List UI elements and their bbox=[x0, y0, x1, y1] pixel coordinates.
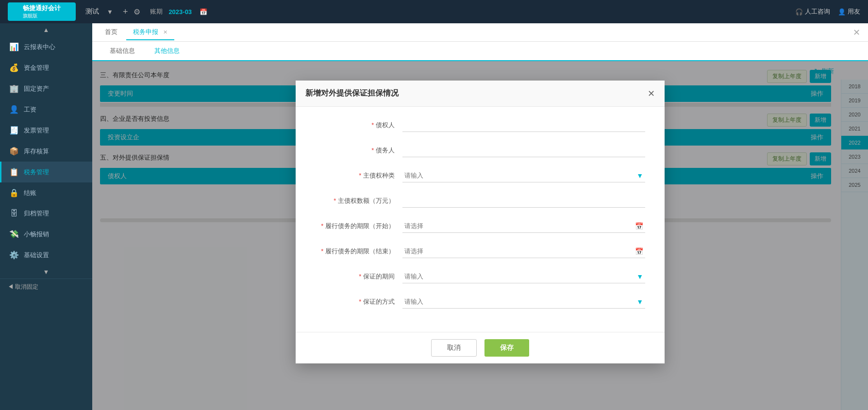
date-debt-start[interactable]: 📅 bbox=[402, 219, 645, 233]
label-creditor: * 债权人 bbox=[315, 121, 402, 130]
window-close-icon[interactable]: ✕ bbox=[853, 27, 860, 38]
chevron-down-icon-method[interactable]: ▼ bbox=[634, 298, 645, 306]
form-row-creditor: * 债权人 bbox=[315, 118, 645, 132]
input-guarantee-period[interactable] bbox=[402, 270, 634, 283]
user-icon: 👤 bbox=[838, 8, 846, 16]
main-layout: ▲ 📊 云报表中心 💰 资金管理 🏢 固定资产 👤 工资 🧾 发票管理 📦 库存… bbox=[0, 23, 868, 410]
calendar-icon[interactable]: 📅 bbox=[200, 8, 207, 16]
archive-icon: 🗄 bbox=[9, 209, 19, 218]
sidebar-item-archive[interactable]: 🗄 归档管理 bbox=[0, 203, 92, 224]
required-mark-debtor: * bbox=[371, 147, 374, 154]
required-mark-type: * bbox=[359, 172, 361, 179]
input-creditor-amount[interactable] bbox=[402, 194, 645, 208]
modal-header: 新增对外提供保证担保情况 ✕ bbox=[296, 81, 665, 107]
inner-tab-other[interactable]: 其他信息 bbox=[145, 42, 189, 61]
sidebar-item-cloud-reports[interactable]: 📊 云报表中心 bbox=[0, 36, 92, 57]
tax-icon: 📋 bbox=[9, 167, 19, 177]
form-row-guarantee-period: * 保证的期间 ▼ bbox=[315, 270, 645, 283]
sidebar-item-funds[interactable]: 💰 资金管理 bbox=[0, 57, 92, 78]
sidebar-item-payroll[interactable]: 👤 工资 bbox=[0, 99, 92, 120]
form-row-creditor-type: * 主债权种类 ▼ bbox=[315, 169, 645, 182]
add-icon[interactable]: + bbox=[123, 7, 128, 17]
support-label: 人工咨询 bbox=[805, 7, 830, 16]
sidebar-label-payroll: 工资 bbox=[24, 105, 36, 114]
inner-tab-basic-label: 基础信息 bbox=[110, 47, 135, 54]
company-chevron-icon[interactable]: ▼ bbox=[107, 8, 113, 16]
sidebar-item-expense[interactable]: 💸 小畅报销 bbox=[0, 224, 92, 245]
user-button[interactable]: 👤 用友 bbox=[838, 7, 860, 16]
label-debtor-text: 债务人 bbox=[376, 147, 395, 154]
tab-close-icon[interactable]: ✕ bbox=[163, 29, 167, 35]
tab-home[interactable]: 首页 bbox=[98, 25, 124, 40]
required-mark-amount: * bbox=[334, 197, 336, 204]
sidebar-label-fixed-assets: 固定资产 bbox=[24, 84, 49, 93]
company-name: 测试 bbox=[85, 7, 99, 16]
date-debt-end[interactable]: 📅 bbox=[402, 245, 645, 258]
sidebar-label-invoice: 发票管理 bbox=[24, 126, 49, 135]
label-creditor-amount-text: 主债权数额（万元） bbox=[338, 197, 395, 204]
settings-icon: ⚙️ bbox=[9, 250, 19, 260]
modal-body: * 债权人 * 债务人 bbox=[296, 107, 665, 332]
form-row-debtor: * 债务人 bbox=[315, 144, 645, 157]
sidebar-item-invoice[interactable]: 🧾 发票管理 bbox=[0, 120, 92, 141]
content-area: 首页 税务申报 ✕ ✕ 基础信息 其他信息 ↻ 刷新 bbox=[92, 23, 868, 410]
payroll-icon: 👤 bbox=[9, 105, 19, 114]
sidebar-item-close[interactable]: 🔒 结账 bbox=[0, 182, 92, 203]
tab-tax-report-label: 税务申报 bbox=[133, 28, 158, 35]
label-debt-start: * 履行债务的期限（开始） bbox=[315, 222, 402, 230]
modal-footer: 取消 保存 bbox=[296, 332, 665, 363]
chevron-down-icon-period[interactable]: ▼ bbox=[634, 273, 645, 280]
gear-icon[interactable]: ⚙ bbox=[134, 7, 140, 16]
label-debtor: * 债务人 bbox=[315, 146, 402, 155]
support-button[interactable]: 🎧 人工咨询 bbox=[795, 7, 830, 16]
modal-close-button[interactable]: ✕ bbox=[648, 89, 655, 98]
label-debt-end-text: 履行债务的期限（结束） bbox=[325, 247, 395, 255]
inner-tab-basic[interactable]: 基础信息 bbox=[100, 42, 145, 60]
sidebar-item-inventory[interactable]: 📦 库存核算 bbox=[0, 141, 92, 162]
select-guarantee-method[interactable]: ▼ bbox=[402, 295, 645, 309]
app-logo: 畅捷通好会计 旗舰版 bbox=[8, 2, 76, 21]
sidebar-item-settings[interactable]: ⚙️ 基础设置 bbox=[0, 245, 92, 265]
cancel-button[interactable]: 取消 bbox=[431, 339, 477, 357]
sidebar-item-fixed-assets[interactable]: 🏢 固定资产 bbox=[0, 78, 92, 99]
funds-icon: 💰 bbox=[9, 63, 19, 72]
input-debtor[interactable] bbox=[402, 144, 645, 157]
user-label: 用友 bbox=[848, 7, 860, 16]
label-debt-end: * 履行债务的期限（结束） bbox=[315, 247, 402, 256]
sidebar-unpin-button[interactable]: ◀ 取消固定 bbox=[0, 279, 92, 295]
input-creditor-type[interactable] bbox=[402, 169, 634, 182]
inventory-icon: 📦 bbox=[9, 147, 19, 156]
sidebar-label-inventory: 库存核算 bbox=[24, 147, 49, 156]
modal-title: 新增对外提供保证担保情况 bbox=[305, 88, 399, 98]
select-guarantee-period[interactable]: ▼ bbox=[402, 270, 645, 283]
required-mark-method: * bbox=[359, 298, 361, 305]
inner-tab-other-label: 其他信息 bbox=[154, 47, 180, 54]
calendar-end-icon[interactable]: 📅 bbox=[633, 247, 645, 255]
sidebar-scroll-up[interactable]: ▲ bbox=[0, 23, 92, 36]
label-debt-start-text: 履行债务的期限（开始） bbox=[325, 222, 395, 230]
app-edition: 旗舰版 bbox=[23, 13, 61, 19]
required-mark-end: * bbox=[321, 247, 323, 255]
select-creditor-type[interactable]: ▼ bbox=[402, 169, 645, 182]
invoice-icon: 🧾 bbox=[9, 126, 19, 135]
modal-overlay: 新增对外提供保证担保情况 ✕ * 债权人 bbox=[92, 61, 868, 410]
tab-home-label: 首页 bbox=[105, 28, 117, 35]
sidebar-label-settings: 基础设置 bbox=[24, 251, 49, 260]
input-debt-start[interactable] bbox=[402, 219, 633, 232]
save-button[interactable]: 保存 bbox=[484, 339, 529, 357]
modal-dialog: 新增对外提供保证担保情况 ✕ * 债权人 bbox=[296, 81, 665, 363]
sidebar-item-tax[interactable]: 📋 税务管理 bbox=[0, 162, 92, 182]
sidebar-scroll-down[interactable]: ▼ bbox=[0, 265, 92, 279]
form-row-creditor-amount: * 主债权数额（万元） bbox=[315, 194, 645, 208]
input-creditor[interactable] bbox=[402, 118, 645, 132]
label-creditor-type: * 主债权种类 bbox=[315, 171, 402, 180]
fixed-assets-icon: 🏢 bbox=[9, 84, 19, 93]
calendar-start-icon[interactable]: 📅 bbox=[633, 222, 645, 230]
sidebar-label-tax: 税务管理 bbox=[24, 168, 49, 177]
input-guarantee-method[interactable] bbox=[402, 295, 634, 308]
input-debt-end[interactable] bbox=[402, 245, 633, 258]
chevron-down-icon-type[interactable]: ▼ bbox=[634, 172, 645, 180]
tab-tax-report[interactable]: 税务申报 ✕ bbox=[126, 25, 174, 40]
label-guarantee-period: * 保证的期间 bbox=[315, 272, 402, 281]
label-creditor-type-text: 主债权种类 bbox=[363, 172, 395, 179]
